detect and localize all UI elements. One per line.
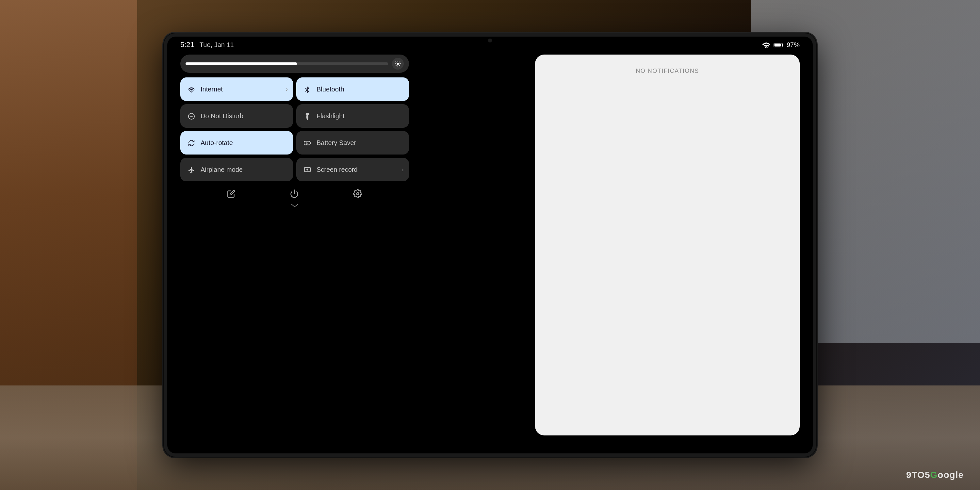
watermark: 9TO5Google bbox=[906, 470, 964, 480]
airplane-mode-tile[interactable]: Airplane mode bbox=[180, 158, 293, 181]
no-notifications-text: NO NOTIFICATIONS bbox=[636, 68, 699, 75]
bluetooth-label: Bluetooth bbox=[317, 86, 344, 93]
svg-rect-2 bbox=[774, 44, 781, 47]
battery-icon bbox=[773, 41, 784, 49]
status-time: 5:21 bbox=[180, 40, 194, 49]
svg-point-4 bbox=[397, 63, 399, 65]
svg-point-25 bbox=[357, 192, 359, 195]
airplane-label: Airplane mode bbox=[200, 166, 243, 173]
brightness-track bbox=[186, 62, 388, 65]
airplane-tile-icon bbox=[187, 165, 196, 174]
auto-rotate-tile[interactable]: Auto-rotate bbox=[180, 131, 293, 154]
brightness-slider[interactable] bbox=[180, 54, 409, 73]
edit-button[interactable] bbox=[227, 188, 235, 198]
svg-line-15 bbox=[305, 90, 307, 91]
svg-point-23 bbox=[306, 169, 309, 171]
do-not-disturb-tile[interactable]: Do Not Disturb bbox=[180, 104, 293, 128]
status-bar: 5:21 Tue, Jan 11 bbox=[167, 37, 813, 53]
bluetooth-tile[interactable]: Bluetooth bbox=[296, 78, 409, 101]
flashlight-tile-icon bbox=[303, 112, 312, 120]
svg-point-13 bbox=[191, 92, 192, 92]
tablet-screen: 5:21 Tue, Jan 11 bbox=[167, 37, 813, 453]
tablet-frame: 5:21 Tue, Jan 11 bbox=[163, 33, 817, 457]
tiles-grid: Internet › Bluetooth bbox=[180, 78, 409, 181]
notifications-panel: NO NOTIFICATIONS bbox=[535, 54, 800, 436]
rotate-tile-icon bbox=[187, 138, 196, 147]
brightness-icon bbox=[392, 58, 404, 70]
watermark-accent: G bbox=[930, 470, 938, 480]
battery-saver-label: Battery Saver bbox=[317, 139, 356, 147]
svg-line-10 bbox=[399, 65, 400, 66]
status-date: Tue, Jan 11 bbox=[200, 41, 234, 49]
internet-label: Internet bbox=[200, 86, 223, 93]
dnd-label: Do Not Disturb bbox=[200, 112, 243, 120]
brightness-fill bbox=[186, 62, 297, 65]
battery-saver-tile[interactable]: Battery Saver bbox=[296, 131, 409, 154]
wifi-tile-icon bbox=[187, 85, 196, 94]
auto-rotate-label: Auto-rotate bbox=[200, 139, 233, 147]
screen-record-label: Screen record bbox=[317, 166, 358, 173]
flashlight-tile[interactable]: Flashlight bbox=[296, 104, 409, 128]
svg-rect-18 bbox=[306, 115, 309, 119]
battery-saver-tile-icon bbox=[303, 138, 312, 147]
svg-line-14 bbox=[305, 88, 307, 90]
dnd-tile-icon bbox=[187, 112, 196, 120]
quick-settings-panel: Internet › Bluetooth bbox=[180, 54, 409, 208]
svg-rect-3 bbox=[783, 44, 783, 46]
power-button[interactable] bbox=[290, 188, 299, 198]
internet-chevron: › bbox=[286, 86, 288, 93]
svg-point-0 bbox=[766, 48, 767, 49]
svg-rect-20 bbox=[304, 142, 310, 145]
bottom-controls bbox=[180, 188, 409, 198]
flashlight-label: Flashlight bbox=[317, 112, 345, 120]
screen-record-tile[interactable]: Screen record › bbox=[296, 158, 409, 181]
internet-tile[interactable]: Internet › bbox=[180, 78, 293, 101]
battery-percentage: 97% bbox=[787, 41, 800, 49]
screen-record-tile-icon bbox=[303, 165, 312, 174]
svg-rect-21 bbox=[310, 142, 311, 144]
wifi-icon bbox=[762, 41, 771, 49]
svg-line-12 bbox=[396, 65, 396, 66]
settings-button[interactable] bbox=[353, 188, 362, 198]
bluetooth-tile-icon bbox=[303, 85, 312, 94]
expand-button[interactable] bbox=[180, 203, 409, 208]
svg-line-9 bbox=[396, 62, 396, 62]
screen-record-chevron: › bbox=[402, 166, 404, 173]
status-icons: 97% bbox=[762, 41, 800, 49]
svg-line-11 bbox=[399, 62, 400, 62]
